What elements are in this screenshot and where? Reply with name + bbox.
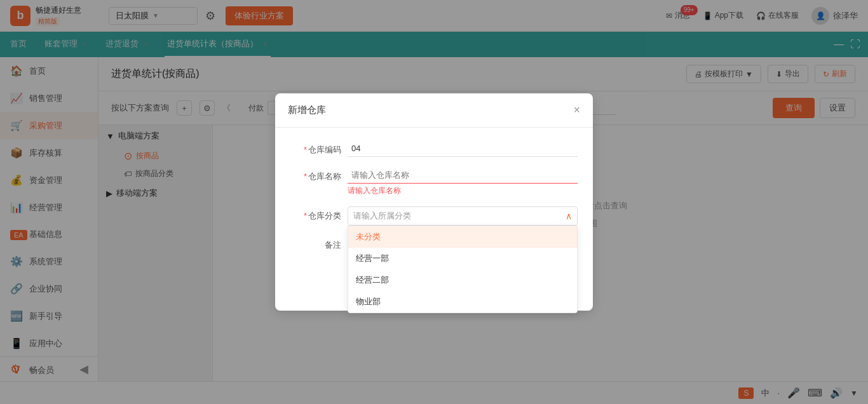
category-placeholder: 请输入所属分类 [353, 210, 411, 222]
category-input-wrap: 请输入所属分类 ∧ 未分类 经营一部 经营二部 物业部 [348, 206, 578, 226]
category-up-arrow: ∧ [566, 211, 572, 221]
code-label: 仓库编码 [290, 140, 341, 156]
modal-overlay[interactable]: 新增仓库 × 仓库编码 仓库名称 请输入仓库名称 仓库分类 [0, 0, 868, 404]
name-label: 仓库名称 [290, 167, 341, 182]
name-input-wrap: 请输入仓库名称 [348, 167, 578, 196]
category-select[interactable]: 请输入所属分类 ∧ [348, 206, 578, 226]
dropdown-item-1[interactable]: 经营一部 [348, 248, 577, 269]
category-label: 仓库分类 [290, 206, 341, 222]
category-dropdown: 未分类 经营一部 经营二部 物业部 [348, 226, 578, 313]
dropdown-item-0[interactable]: 未分类 [348, 226, 577, 248]
form-row-code: 仓库编码 [290, 140, 578, 157]
code-input-wrap [348, 140, 578, 157]
form-row-name: 仓库名称 请输入仓库名称 [290, 167, 578, 196]
code-input[interactable] [348, 140, 578, 157]
dialog-title: 新增仓库 [288, 104, 326, 116]
dialog-close-btn[interactable]: × [573, 104, 580, 117]
new-warehouse-dialog: 新增仓库 × 仓库编码 仓库名称 请输入仓库名称 仓库分类 [275, 93, 593, 311]
name-error-text: 请输入仓库名称 [348, 185, 578, 196]
dropdown-item-2[interactable]: 经营二部 [348, 269, 577, 291]
dropdown-item-3[interactable]: 物业部 [348, 291, 577, 313]
name-input[interactable] [348, 167, 578, 184]
dialog-header: 新增仓库 × [275, 93, 593, 128]
note-label: 备注 [290, 236, 341, 251]
form-row-category: 仓库分类 请输入所属分类 ∧ 未分类 经营一部 经营二部 物业部 [290, 206, 578, 226]
dialog-body: 仓库编码 仓库名称 请输入仓库名称 仓库分类 请输入所属分类 [275, 128, 593, 275]
